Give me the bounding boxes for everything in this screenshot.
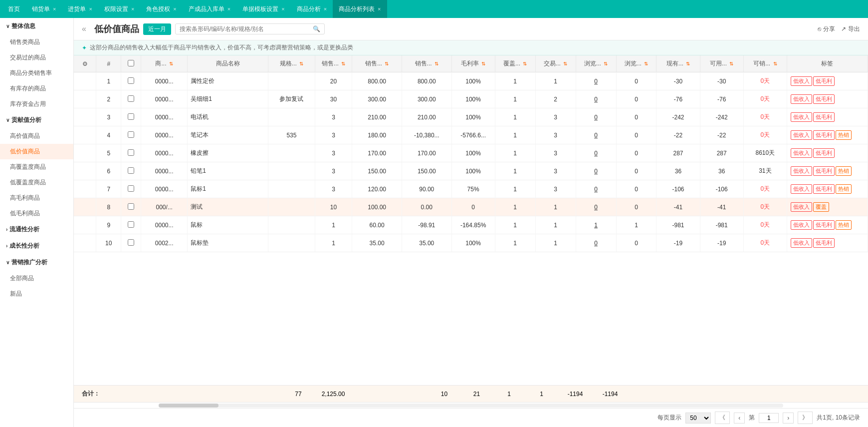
- nav-close-icon[interactable]: ×: [281, 6, 284, 12]
- nav-product-analysis-list[interactable]: 商品分析列表 ×: [333, 0, 387, 18]
- view-link[interactable]: 0: [594, 168, 598, 175]
- row-checkbox[interactable]: [128, 77, 134, 84]
- view-link[interactable]: 0: [594, 204, 598, 211]
- row-view1[interactable]: 1: [576, 216, 616, 234]
- row-check[interactable]: [121, 234, 141, 252]
- search-icon[interactable]: 🔍: [313, 25, 320, 32]
- column-code[interactable]: 商... ⇅: [141, 55, 187, 72]
- column-sellable[interactable]: 可销... ⇅: [743, 55, 787, 72]
- select-all-checkbox[interactable]: [128, 60, 134, 66]
- row-view1[interactable]: 0: [576, 90, 616, 108]
- nav-home[interactable]: 首页: [2, 0, 26, 18]
- view-link[interactable]: 0: [594, 114, 598, 121]
- column-gear[interactable]: ⚙: [74, 55, 96, 72]
- nav-purchase-order[interactable]: 进货单 ×: [62, 0, 98, 18]
- view-link[interactable]: 0: [594, 96, 598, 103]
- row-checkbox[interactable]: [128, 239, 134, 246]
- nav-role-auth[interactable]: 角色授权 ×: [140, 0, 182, 18]
- column-view1[interactable]: 浏览... ⇅: [576, 55, 616, 72]
- nav-production[interactable]: 产成品入库单 ×: [183, 0, 236, 18]
- row-checkbox[interactable]: [128, 113, 134, 120]
- row-check[interactable]: [121, 144, 141, 162]
- column-view2[interactable]: 浏览... ⇅: [616, 55, 656, 72]
- sidebar-item-category-sales-rate[interactable]: 商品分类销售率: [0, 65, 73, 81]
- row-checkbox[interactable]: [128, 185, 134, 192]
- sidebar-item-high-value[interactable]: 高价值商品: [0, 128, 73, 144]
- column-checkbox[interactable]: [121, 55, 141, 72]
- row-check[interactable]: [121, 216, 141, 234]
- row-checkbox[interactable]: [128, 95, 134, 102]
- sidebar-group-circulation[interactable]: › 流通性分析: [0, 221, 73, 238]
- row-check[interactable]: [121, 126, 141, 144]
- row-checkbox[interactable]: [128, 167, 134, 174]
- column-current-stock[interactable]: 现有... ⇅: [656, 55, 700, 72]
- nav-close-icon[interactable]: ×: [173, 6, 176, 12]
- column-available[interactable]: 可用... ⇅: [700, 55, 743, 72]
- view-link[interactable]: 0: [594, 186, 598, 193]
- sidebar-item-new-products[interactable]: 新品: [0, 286, 73, 302]
- nav-permissions[interactable]: 权限设置 ×: [98, 0, 140, 18]
- page-input[interactable]: [759, 413, 779, 423]
- period-button[interactable]: 近一月: [143, 23, 171, 35]
- sidebar-group-overall[interactable]: ∨ 整体信息: [0, 18, 73, 34]
- row-checkbox[interactable]: [128, 203, 134, 210]
- nav-close-icon[interactable]: ×: [131, 6, 134, 12]
- nav-template[interactable]: 单据模板设置 ×: [236, 0, 290, 18]
- sidebar-item-stock-products[interactable]: 有库存的商品: [0, 81, 73, 96]
- sidebar-item-low-value[interactable]: 低价值商品: [0, 144, 73, 159]
- row-view1[interactable]: 0: [576, 198, 616, 216]
- scrollbar-thumb[interactable]: [159, 404, 218, 408]
- sidebar-item-sales-products[interactable]: 销售类商品: [0, 34, 73, 50]
- column-trade[interactable]: 交易... ⇅: [535, 55, 576, 72]
- view-link[interactable]: 0: [594, 150, 598, 157]
- sidebar-item-traded-products[interactable]: 交易过的商品: [0, 50, 73, 65]
- column-sales-amount[interactable]: 销售... ⇅: [352, 55, 402, 72]
- sidebar-item-stock-capital[interactable]: 库存资金占用: [0, 96, 73, 112]
- row-check[interactable]: [121, 180, 141, 198]
- sidebar-collapse-button[interactable]: «: [82, 24, 86, 33]
- view-link[interactable]: 0: [594, 78, 598, 85]
- nav-close-icon[interactable]: ×: [89, 6, 92, 12]
- column-margin-rate[interactable]: 毛利率 ⇅: [451, 55, 495, 72]
- column-sales-unit[interactable]: 销售... ⇅: [402, 55, 451, 72]
- view-link[interactable]: 0: [594, 132, 598, 139]
- row-checkbox[interactable]: [128, 221, 134, 228]
- sidebar-group-contribution[interactable]: ∨ 贡献值分析: [0, 112, 73, 128]
- column-spec[interactable]: 规格... ⇅: [268, 55, 315, 72]
- prev-page-button[interactable]: ‹: [734, 413, 745, 424]
- sidebar-group-growth[interactable]: › 成长性分析: [0, 238, 73, 254]
- row-view1[interactable]: 0: [576, 180, 616, 198]
- nav-close-icon[interactable]: ×: [324, 6, 327, 12]
- sidebar-item-all-products[interactable]: 全部商品: [0, 271, 73, 286]
- view-link[interactable]: 0: [594, 240, 598, 247]
- last-page-button[interactable]: 》: [798, 412, 813, 424]
- nav-close-icon[interactable]: ×: [53, 6, 56, 12]
- column-sales-qty[interactable]: 销售... ⇅: [315, 55, 352, 72]
- sidebar-item-high-coverage[interactable]: 高覆盖度商品: [0, 159, 73, 175]
- horizontal-scrollbar[interactable]: [74, 402, 868, 408]
- row-checkbox[interactable]: [128, 131, 134, 138]
- nav-close-icon[interactable]: ×: [227, 6, 230, 12]
- per-page-select[interactable]: 50 100 200: [685, 413, 711, 424]
- row-view1[interactable]: 0: [576, 162, 616, 180]
- row-check[interactable]: [121, 108, 141, 126]
- sidebar-item-low-coverage[interactable]: 低覆盖度商品: [0, 175, 73, 190]
- nav-product-analysis[interactable]: 商品分析 ×: [291, 0, 333, 18]
- next-page-button[interactable]: ›: [783, 413, 794, 424]
- search-input[interactable]: [180, 25, 313, 32]
- share-button[interactable]: ⎋ 分享: [818, 25, 835, 33]
- nav-sales-order[interactable]: 销货单 ×: [26, 0, 62, 18]
- sidebar-group-marketing[interactable]: ∨ 营销推广分析: [0, 254, 73, 271]
- row-check[interactable]: [121, 72, 141, 90]
- sidebar-item-low-margin[interactable]: 低毛利商品: [0, 206, 73, 221]
- column-coverage[interactable]: 覆盖... ⇅: [495, 55, 535, 72]
- view-link[interactable]: 1: [594, 222, 598, 229]
- export-button[interactable]: ↗ 导出: [841, 25, 860, 33]
- row-view1[interactable]: 0: [576, 144, 616, 162]
- nav-close-icon[interactable]: ×: [378, 6, 381, 12]
- first-page-button[interactable]: 《: [715, 412, 730, 424]
- row-view1[interactable]: 0: [576, 108, 616, 126]
- sidebar-item-high-margin[interactable]: 高毛利商品: [0, 190, 73, 206]
- row-view1[interactable]: 0: [576, 72, 616, 90]
- row-view1[interactable]: 0: [576, 126, 616, 144]
